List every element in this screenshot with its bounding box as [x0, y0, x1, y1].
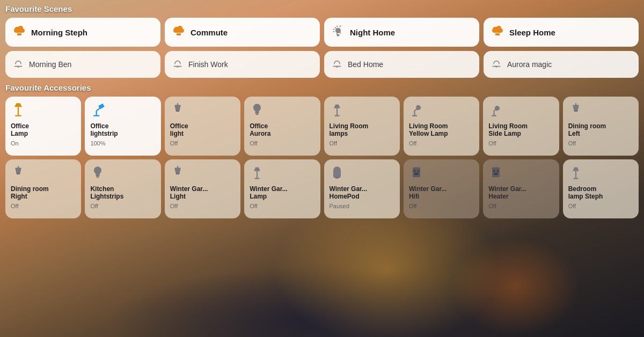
scene-name-bed-home: Bed Home: [348, 60, 383, 69]
svg-point-47: [418, 170, 420, 172]
acc-status-winter-gar-hifi: Off: [409, 203, 474, 209]
acc-name-office-lamp: OfficeLamp: [11, 122, 76, 138]
acc-office-lamp[interactable]: OfficeLamp On: [5, 97, 81, 156]
svg-rect-45: [413, 167, 420, 178]
svg-rect-10: [336, 67, 338, 68]
acc-bedroom-lamp-steph[interactable]: Bedroomlamp Steph Off: [563, 159, 639, 218]
scene-icon-commute: [172, 24, 185, 40]
svg-point-40: [175, 173, 179, 174]
ceiling-lamp2-icon: [568, 102, 633, 119]
acc-winter-gar-hifi[interactable]: Winter Gar...Hifi Off: [404, 159, 479, 218]
scene-morning-steph[interactable]: Morning Steph: [5, 18, 160, 47]
svg-rect-37: [96, 175, 100, 177]
scene-morning-ben[interactable]: Morning Ben: [5, 51, 160, 78]
acc-status-winter-gar-light: Off: [170, 203, 235, 209]
acc-living-room-yellow[interactable]: Living RoomYellow Lamp Off: [404, 97, 479, 156]
acc-name-bedroom-lamp-steph: Bedroomlamp Steph: [568, 185, 633, 201]
scene-icon-night-home: [332, 24, 345, 40]
acc-dining-room-left[interactable]: Dining roomLeft Off: [563, 97, 639, 156]
bulb-icon: [250, 102, 314, 119]
svg-rect-48: [414, 173, 418, 175]
acc-status-living-room-lamps: Off: [330, 140, 394, 146]
acc-name-winter-gar-light: Winter Gar...Light: [170, 185, 235, 201]
floor-lamp-icon: [11, 102, 76, 119]
svg-point-51: [497, 170, 499, 172]
scene-name-sleep-home: Sleep Home: [509, 28, 555, 37]
svg-marker-14: [14, 103, 22, 107]
favourite-accessories-title: Favourite Accessories: [5, 83, 639, 92]
svg-rect-4: [495, 33, 500, 35]
acc-name-kitchen-lightstrips: KitchenLightstrips: [90, 185, 155, 201]
ceiling-lamp-icon: [170, 102, 235, 119]
scene-name-commute: Commute: [191, 28, 228, 37]
acc-dining-room-right[interactable]: Dining roomRight Off: [5, 159, 81, 218]
svg-point-36: [17, 173, 20, 174]
scene-icon-morning-steph: [13, 24, 26, 40]
scene-icon-bed-home: [332, 57, 342, 71]
acc-winter-gar-lamp[interactable]: Winter Gar...Lamp Off: [244, 159, 320, 218]
acc-status-office-lightstrip: 100%: [90, 140, 155, 146]
acc-name-living-room-yellow: Living RoomYellow Lamp: [409, 122, 474, 138]
plug-icon: [409, 165, 474, 182]
acc-status-winter-gar-heater: Off: [488, 203, 553, 209]
acc-status-office-aurora: Off: [250, 140, 314, 146]
scene-finish-work[interactable]: Finish Work: [165, 51, 320, 78]
svg-rect-38: [97, 177, 99, 178]
scene-sleep-home[interactable]: Sleep Home: [484, 18, 639, 47]
svg-point-46: [414, 170, 416, 172]
acc-name-office-light: Officelight: [170, 122, 235, 138]
acc-status-office-light: Off: [170, 140, 235, 146]
ceiling-lamp3-icon: [11, 165, 76, 182]
favourite-scenes-title: Favourite Scenes: [5, 4, 639, 13]
acc-status-living-room-side: Off: [488, 140, 553, 146]
acc-status-dining-room-left: Off: [568, 140, 633, 146]
svg-marker-54: [573, 167, 579, 171]
scene-commute[interactable]: Commute: [165, 18, 320, 47]
scene-aurora-magic[interactable]: Aurora magic: [484, 51, 639, 78]
ceiling-lamp4-icon: [170, 165, 235, 182]
acc-name-office-lightstrip: Officelightstrip: [90, 122, 155, 138]
acc-office-aurora[interactable]: OfficeAurora Off: [244, 97, 320, 156]
scene-name-morning-steph: Morning Steph: [31, 28, 87, 37]
scene-bed-home[interactable]: Bed Home: [324, 51, 479, 78]
accessories-row2: Dining roomRight Off KitchenLightstrips …: [5, 159, 639, 218]
svg-rect-0: [17, 33, 21, 35]
acc-status-bedroom-lamp-steph: Off: [568, 203, 633, 209]
acc-name-dining-room-right: Dining roomRight: [11, 185, 76, 201]
prominent-scenes-grid: Morning Steph Commute Night Home: [5, 18, 639, 47]
accessories-row1: OfficeLamp On Officelightstrip 100%: [5, 97, 639, 156]
svg-rect-49: [492, 167, 500, 178]
acc-winter-gar-light[interactable]: Winter Gar...Light Off: [165, 159, 240, 218]
acc-status-kitchen-lightstrips: Off: [90, 203, 155, 209]
svg-rect-52: [494, 173, 498, 175]
acc-status-winter-gar-lamp: Off: [250, 203, 314, 209]
acc-office-light[interactable]: Officelight Off: [165, 97, 240, 156]
acc-living-room-side[interactable]: Living RoomSide Lamp Off: [483, 97, 559, 156]
acc-winter-gar-homepod[interactable]: Winter Gar...HomePod Paused: [324, 159, 400, 218]
scene-name-night-home: Night Home: [350, 28, 395, 37]
acc-status-living-room-yellow: Off: [409, 140, 474, 146]
svg-marker-25: [334, 105, 340, 108]
acc-name-office-aurora: OfficeAurora: [250, 122, 314, 138]
acc-status-office-lamp: On: [11, 140, 76, 146]
acc-kitchen-lightstrips[interactable]: KitchenLightstrips Off: [85, 159, 160, 218]
floor-lamp4-icon: [250, 165, 314, 182]
svg-rect-2: [336, 34, 340, 35]
scene-night-home[interactable]: Night Home: [324, 18, 479, 47]
scene-icon-morning-ben: [13, 57, 24, 71]
svg-rect-23: [256, 114, 259, 115]
acc-winter-gar-heater[interactable]: Winter Gar...Heater Off: [483, 159, 559, 218]
svg-marker-42: [254, 167, 260, 171]
svg-rect-6: [17, 67, 19, 68]
acc-name-living-room-lamps: Living Roomlamps: [330, 122, 394, 138]
acc-status-winter-gar-homepod: Paused: [330, 203, 394, 209]
acc-office-lightstrip[interactable]: Officelightstrip 100%: [85, 97, 160, 156]
bulb2-icon: [90, 165, 155, 182]
floor-lamp2-icon: [330, 102, 394, 119]
scene-icon-sleep-home: [491, 24, 504, 40]
plug2-icon: [488, 165, 553, 182]
svg-rect-8: [177, 67, 178, 68]
scene-icon-finish-work: [172, 57, 183, 71]
secondary-scenes-grid: Morning Ben Finish Work Bed Home: [5, 51, 639, 78]
acc-living-room-lamps[interactable]: Living Roomlamps Off: [324, 97, 400, 156]
